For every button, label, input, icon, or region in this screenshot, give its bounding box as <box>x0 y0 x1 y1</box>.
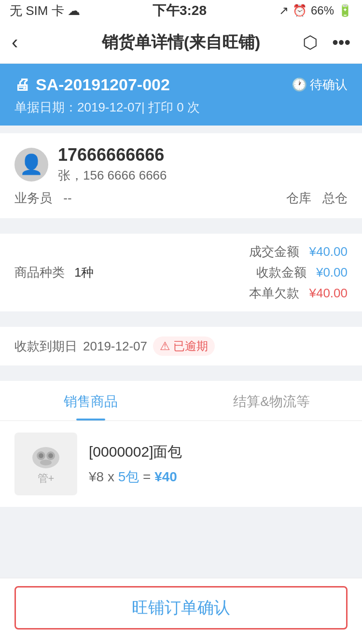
nav-actions: ⬡ ••• <box>303 32 350 53</box>
sales-value: -- <box>63 191 71 206</box>
warehouse-value: 总仓 <box>322 190 348 207</box>
divider-2 <box>0 226 362 234</box>
customer-sub: 张，156 6666 6666 <box>58 167 167 184</box>
warehouse-label: 仓库 <box>286 190 311 207</box>
amount-value: ¥40.00 <box>309 244 348 259</box>
sales-label: 业务员 <box>14 190 52 207</box>
avatar-icon: 👤 <box>19 153 43 176</box>
unit-price: ¥8 <box>89 469 104 484</box>
products-section: 管+ [0000002]面包 ¥8 x 5包 = ¥40 <box>0 421 362 507</box>
due-row: 本单欠款 ¥40.00 <box>249 285 348 302</box>
product-total: ¥40 <box>154 469 177 484</box>
avatar: 👤 <box>14 148 48 182</box>
divider-1 <box>0 126 362 133</box>
share-icon[interactable]: ⬡ <box>303 32 318 53</box>
status-time: 下午3:28 <box>153 1 207 20</box>
status-right: ↗ ⏰ 66% 🔋 <box>279 4 352 17</box>
customer-card: 👤 17666666666 张，156 6666 6666 业务员 -- 仓库 … <box>0 133 362 218</box>
svg-point-4 <box>48 453 53 458</box>
tab-sales-product[interactable]: 销售商品 <box>0 381 181 420</box>
alarm-icon: ⏰ <box>292 4 307 17</box>
category-value: 1种 <box>74 264 94 281</box>
due-value: ¥40.00 <box>309 286 348 301</box>
category-label: 商品种类 <box>14 264 65 281</box>
due-date-value: 2019-12-07 <box>83 339 147 354</box>
header-top-row: 🖨 SA-20191207-002 🕐 待确认 <box>14 75 348 94</box>
overdue-text: 已逾期 <box>173 338 208 354</box>
bottom-bar: 旺铺订单确认 <box>0 578 362 644</box>
customer-info: 17666666666 张，156 6666 6666 <box>58 145 167 184</box>
product-thumb-inner: 管+ <box>14 433 77 495</box>
customer-info-row: 业务员 -- 仓库 总仓 <box>14 190 348 207</box>
due-date-card: 收款到期日 2019-12-07 ⚠ 已逾期 <box>0 327 362 365</box>
amount-label: 成交金额 <box>249 243 299 260</box>
plus-text: 管+ <box>38 471 55 486</box>
order-status-badge: 🕐 待确认 <box>292 76 348 93</box>
sales-info: 业务员 -- <box>14 190 72 207</box>
battery-status: 66% <box>311 4 334 17</box>
equals-sign: = <box>143 469 154 484</box>
status-left: 无 SIM 卡 ☁ <box>10 2 80 19</box>
divider-4 <box>0 373 362 381</box>
multiply-sign: x <box>108 469 118 484</box>
tabs-bar: 销售商品 结算&物流等 <box>0 381 362 421</box>
owl-logo-icon <box>29 442 63 471</box>
battery-icon: 🔋 <box>338 4 352 17</box>
order-printer-icon: 🖨 <box>14 76 30 94</box>
due-label: 本单欠款 <box>249 285 299 302</box>
customer-phone: 17666666666 <box>58 145 167 165</box>
due-date-label: 收款到期日 <box>14 338 77 355</box>
warehouse-info: 仓库 总仓 <box>286 190 348 207</box>
svg-point-5 <box>40 460 52 465</box>
summary-right: 成交金额 ¥40.00 收款金额 ¥0.00 本单欠款 ¥40.00 <box>249 243 348 302</box>
received-row: 收款金额 ¥0.00 <box>256 264 348 281</box>
received-value: ¥0.00 <box>316 265 348 280</box>
order-number: 🖨 SA-20191207-002 <box>14 75 170 94</box>
received-label: 收款金额 <box>256 264 306 281</box>
page-title: 销货单详情(来自旺铺) <box>102 31 261 54</box>
sim-status: 无 SIM 卡 ☁ <box>10 2 80 19</box>
product-qty: 5包 <box>118 469 139 484</box>
summary-card: 商品种类 1种 成交金额 ¥40.00 收款金额 ¥0.00 本单欠款 ¥40.… <box>0 234 362 311</box>
location-icon: ↗ <box>279 4 289 17</box>
more-icon[interactable]: ••• <box>332 32 350 53</box>
order-header-card: 🖨 SA-20191207-002 🕐 待确认 单据日期：2019-12-07|… <box>0 64 362 126</box>
clock-icon: 🕐 <box>292 77 307 92</box>
back-button[interactable]: ‹ <box>12 31 41 53</box>
overdue-icon: ⚠ <box>160 339 170 353</box>
tab-settlement[interactable]: 结算&物流等 <box>181 381 362 420</box>
divider-3 <box>0 319 362 327</box>
summary-left: 商品种类 1种 <box>14 243 249 302</box>
order-date: 单据日期：2019-12-07| 打印 0 次 <box>14 99 348 116</box>
svg-point-3 <box>39 453 43 458</box>
product-thumbnail: 管+ <box>14 433 77 495</box>
nav-bar: ‹ 销货单详情(来自旺铺) ⬡ ••• <box>0 21 362 64</box>
product-name: [0000002]面包 <box>89 442 348 462</box>
confirm-order-button[interactable]: 旺铺订单确认 <box>14 586 348 630</box>
overdue-badge: ⚠ 已逾期 <box>153 336 215 356</box>
product-info: [0000002]面包 ¥8 x 5包 = ¥40 <box>89 442 348 486</box>
status-bar: 无 SIM 卡 ☁ 下午3:28 ↗ ⏰ 66% 🔋 <box>0 0 362 21</box>
product-price: ¥8 x 5包 = ¥40 <box>89 468 348 486</box>
product-item: 管+ [0000002]面包 ¥8 x 5包 = ¥40 <box>0 421 362 507</box>
amount-row: 成交金额 ¥40.00 <box>249 243 348 260</box>
customer-row: 👤 17666666666 张，156 6666 6666 <box>14 145 348 184</box>
